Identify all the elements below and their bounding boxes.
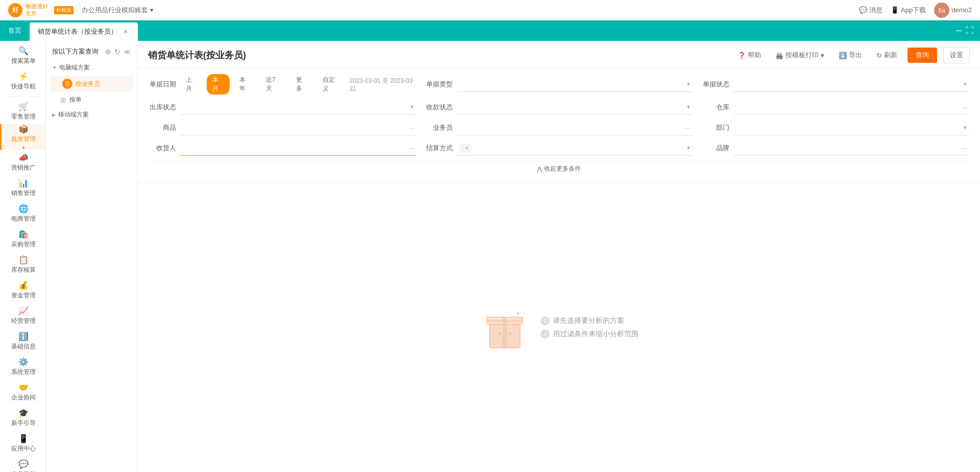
sidebar-item-purchase[interactable]: 🛍️ 采购管理 (0, 226, 45, 252)
expand-icon: ▲ (21, 145, 26, 150)
sidebar-item-marketing[interactable]: 📣 营销推广 (0, 150, 45, 175)
payment-status-control[interactable] (457, 100, 693, 115)
mobile-arrow-icon: ▶ (52, 112, 56, 117)
filter-item-date: 单据日期 上月 本月 本年 近7天 更多 自定义 2023-03-01 至 20… (148, 74, 416, 95)
salesperson-control[interactable]: ··· (457, 120, 693, 135)
tab-home[interactable]: 首页 (0, 20, 30, 41)
app-download-button[interactable]: 📱 App下载 (891, 6, 926, 15)
collapse-bar[interactable]: ⋀ 收起更多条件 (148, 161, 970, 176)
settings-button[interactable]: 设置 (943, 47, 970, 63)
tab-minimize-icon[interactable]: ─ (956, 26, 962, 35)
sidebar-item-sales[interactable]: 📊 销售管理 (0, 175, 45, 201)
top-header: 好 畅捷通好生意 标账版 办公用品行业模拟账套 ▾ 💬 消息 📱 App下载 E… (0, 0, 980, 20)
sidebar-item-ecommerce-label: 电商管理 (11, 215, 36, 223)
avatar: Ea (934, 3, 949, 18)
top-nav-text: 办公用品行业模拟账套 (82, 6, 148, 15)
sidebar-item-finance[interactable]: 💰 资金管理 (0, 277, 45, 303)
retail-icon: 🛒 (18, 102, 29, 111)
add-scheme-button[interactable]: ⊕ (105, 48, 111, 56)
search-icon: 🔍 (18, 46, 29, 56)
sidebar-item-search[interactable]: 🔍 搜索菜单 (0, 43, 45, 68)
ecommerce-icon: 🌐 (18, 204, 29, 214)
sidebar-item-app-center[interactable]: 📱 应用中心 (0, 431, 45, 456)
print-dropdown-icon: ▾ (821, 52, 824, 59)
export-button[interactable]: ⬇️ 导出 (835, 49, 866, 62)
top-nav-dropdown[interactable]: 办公用品行业模拟账套 ▾ (78, 6, 158, 15)
doc-status-control[interactable] (733, 77, 970, 92)
tab-bar: 首页 销货单统计表（按业务员） ✕ ─ ⛶ (0, 20, 980, 41)
department-control[interactable] (733, 120, 970, 135)
out-status-control[interactable] (180, 100, 416, 115)
sidebar-item-operations[interactable]: 📈 经营管理 (0, 303, 45, 328)
sidebar-item-inventory-label: 库存核算 (11, 266, 36, 274)
message-label: 消息 (869, 6, 883, 15)
sidebar-divider-1 (4, 96, 41, 97)
svg-text:✦: ✦ (485, 314, 489, 319)
help-button[interactable]: ❓ 帮助 (733, 49, 765, 62)
brand-control[interactable]: ··· (733, 140, 970, 156)
logo-text: 畅捷通好生意 (26, 3, 51, 16)
sidebar-item-corp[interactable]: 🤝 企业协同 (0, 380, 45, 405)
page-title-bar: 销货单统计表(按业务员) ❓ 帮助 🖨️ 按模板打印 ▾ ⬇️ 导出 (138, 41, 980, 68)
date-pill-last-month[interactable]: 上月 (180, 74, 203, 95)
tab-expand-icon[interactable]: ⛶ (966, 26, 974, 35)
svg-text:✦: ✦ (515, 310, 521, 318)
sales-icon: 📊 (18, 178, 29, 188)
date-pill-this-month[interactable]: 本月 (207, 74, 229, 95)
doc-type-control[interactable] (457, 77, 693, 92)
sidebar-item-newbie[interactable]: 🎓 新手引导 (0, 405, 45, 431)
filter-row-3: 商品 ··· 业务员 ··· 部门 (148, 120, 970, 135)
sidebar-item-retail[interactable]: 🛒 零售管理 (0, 99, 45, 124)
sidebar-item-basic-info[interactable]: ℹ️ 基础信息 (0, 328, 45, 354)
sidebar-item-wechat[interactable]: 💬 企业微信 (0, 456, 45, 472)
salesperson-dots-icon: ··· (685, 124, 691, 132)
collapse-up-icon: ⋀ (537, 166, 542, 173)
scheme-item-by-salesperson[interactable]: 员 按业务员 (50, 76, 133, 92)
desktop-scheme-title[interactable]: ▼ 电脑端方案 (48, 60, 135, 75)
sidebar-item-wholesale[interactable]: 📦 批发管理 ▲ (0, 124, 45, 150)
filter-row-4: 收货人 ··· 结算方式 × (148, 140, 970, 156)
query-button[interactable]: 查询 (908, 48, 937, 63)
settlement-tag: × (459, 144, 472, 153)
salesperson-label: 业务员 (425, 123, 453, 132)
message-button[interactable]: 💬 消息 (859, 6, 883, 15)
settlement-control[interactable]: × (457, 140, 693, 156)
date-range-bar: 上月 本月 本年 近7天 更多 自定义 2023-03-01 至 2023-03… (180, 74, 416, 95)
sidebar-item-ecommerce[interactable]: 🌐 电商管理 (0, 201, 45, 226)
refresh-scheme-button[interactable]: ↻ (114, 48, 120, 56)
tab-sales-stat[interactable]: 销货单统计表（按业务员） ✕ (30, 22, 138, 41)
scheme-item-by-order[interactable]: ⊞ 按单 (48, 92, 135, 107)
refresh-button[interactable]: ↻ 刷新 (872, 49, 901, 62)
date-pill-7days[interactable]: 近7天 (260, 74, 286, 95)
filter-item-goods: 商品 ··· (148, 120, 416, 135)
mobile-scheme-title[interactable]: ▶ 移动端方案 (48, 107, 135, 122)
date-label: 单据日期 (148, 80, 176, 89)
print-icon: 🖨️ (775, 52, 783, 59)
user-name: demo2 (951, 6, 972, 14)
warehouse-label: 仓库 (701, 103, 729, 112)
sidebar-item-quick-nav[interactable]: ⚡ 快捷导航 (0, 68, 45, 94)
filter-row-1: 单据日期 上月 本月 本年 近7天 更多 自定义 2023-03-01 至 20… (148, 74, 970, 95)
filter-item-brand: 品牌 ··· (701, 140, 970, 156)
date-pill-more[interactable]: 更多 (290, 74, 313, 95)
tab-close-icon[interactable]: ✕ (121, 28, 130, 36)
sidebar-item-system[interactable]: ⚙️ 系统管理 (0, 354, 45, 380)
tab-sales-stat-label: 销货单统计表（按业务员） (38, 27, 117, 36)
consignee-control[interactable]: ··· (180, 140, 416, 156)
collapse-scheme-button[interactable]: ≪ (124, 48, 131, 56)
grid-icon: ⊞ (60, 96, 66, 104)
date-pill-this-year[interactable]: 本年 (234, 74, 256, 95)
settlement-tag-remove[interactable]: × (465, 145, 469, 152)
user-avatar-area[interactable]: Ea demo2 (934, 3, 972, 18)
filter-item-warehouse: 仓库 ··· (701, 100, 970, 115)
empty-icon-area: ✦ ✦ (479, 302, 530, 353)
filter-item-doc-status: 单据状态 (701, 77, 970, 92)
svg-point-6 (498, 332, 501, 335)
filter-item-settlement: 结算方式 × (425, 140, 693, 156)
message-icon: 💬 (859, 6, 867, 14)
date-pill-custom[interactable]: 自定义 (317, 74, 346, 95)
print-button[interactable]: 🖨️ 按模板打印 ▾ (771, 49, 828, 62)
warehouse-control[interactable]: ··· (733, 100, 970, 115)
sidebar-item-inventory[interactable]: 📋 库存核算 (0, 252, 45, 277)
goods-control[interactable]: ··· (180, 120, 416, 135)
